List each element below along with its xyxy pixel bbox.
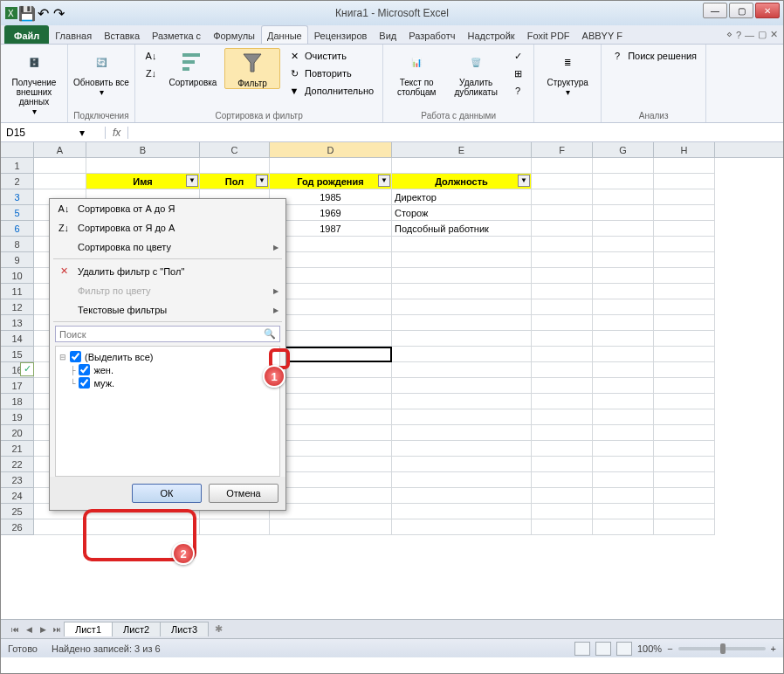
win-restore-icon[interactable]: ▢ xyxy=(758,29,767,40)
cell-E6[interactable]: Подсобный работник xyxy=(392,221,532,237)
tab-nav-first[interactable]: ⏮ xyxy=(8,625,22,634)
row-head-25[interactable]: 25 xyxy=(1,504,34,519)
sort-za-button[interactable]: Z↓ xyxy=(141,65,162,81)
row-head-3[interactable]: 3 xyxy=(1,189,34,205)
row-head-23[interactable]: 23 xyxy=(1,472,34,488)
advanced-filter-button[interactable]: ▼Дополнительно xyxy=(284,83,377,99)
view-break-button[interactable] xyxy=(616,642,632,656)
row-head-20[interactable]: 20 xyxy=(1,425,34,441)
tab-data[interactable]: Данные xyxy=(261,25,308,44)
cell-E3[interactable]: Директор xyxy=(392,189,532,205)
filter-dropdown-C[interactable]: ▼ xyxy=(256,175,268,187)
sheet-tab-3[interactable]: Лист3 xyxy=(160,622,209,636)
sort-az-button[interactable]: A↓ xyxy=(141,48,162,64)
filter-value-1[interactable]: ├жен. xyxy=(59,363,276,376)
tab-nav-next[interactable]: ▶ xyxy=(36,625,50,634)
row-head-1[interactable]: 1 xyxy=(1,158,34,174)
cell-G25[interactable] xyxy=(593,504,654,519)
tab-formulas[interactable]: Формулы xyxy=(207,25,261,44)
cell-H6[interactable] xyxy=(654,221,715,237)
text-to-columns-button[interactable]: 📊Текст по столбцам xyxy=(389,48,444,97)
tab-insert[interactable]: Вставка xyxy=(98,25,146,44)
whatif-button[interactable]: ? xyxy=(507,83,528,99)
name-box-input[interactable] xyxy=(6,127,76,139)
clear-filter-item[interactable]: ✕Удалить фильтр с "Пол" xyxy=(50,261,285,281)
col-B[interactable]: B xyxy=(86,142,200,157)
cell-E8[interactable] xyxy=(392,237,532,252)
filter-dropdown-D[interactable]: ▼ xyxy=(378,175,390,187)
cell-H22[interactable] xyxy=(654,457,715,472)
cell-H16[interactable] xyxy=(654,362,715,378)
cell-H13[interactable] xyxy=(654,315,715,331)
cell-G1[interactable] xyxy=(593,158,654,174)
col-H[interactable]: H xyxy=(654,142,715,157)
tab-review[interactable]: Рецензиров xyxy=(308,25,374,44)
cell-F25[interactable] xyxy=(532,504,593,519)
win-close-icon[interactable]: ✕ xyxy=(770,29,778,40)
view-normal-button[interactable] xyxy=(574,642,590,656)
solver-button[interactable]: ?Поиск решения xyxy=(607,48,700,64)
cell-H14[interactable] xyxy=(654,331,715,347)
new-sheet-button[interactable]: ✱ xyxy=(208,623,230,635)
cell-D9[interactable] xyxy=(270,252,392,268)
col-E[interactable]: E xyxy=(392,142,532,157)
cell-D26[interactable] xyxy=(270,519,392,535)
row-head-9[interactable]: 9 xyxy=(1,252,34,268)
cell-G14[interactable] xyxy=(593,331,654,347)
cell-F6[interactable] xyxy=(532,221,593,237)
tab-nav-last[interactable]: ⏭ xyxy=(50,625,64,634)
cell-F5[interactable] xyxy=(532,205,593,221)
cell-G5[interactable] xyxy=(593,205,654,221)
col-G[interactable]: G xyxy=(593,142,654,157)
cell-D22[interactable] xyxy=(270,457,392,472)
cell-D14[interactable] xyxy=(270,331,392,347)
tab-home[interactable]: Главная xyxy=(49,25,98,44)
cell-H24[interactable] xyxy=(654,488,715,504)
sheet-tab-2[interactable]: Лист2 xyxy=(112,622,161,636)
cell-H25[interactable] xyxy=(654,504,715,519)
filter-button[interactable]: Фильтр xyxy=(224,48,280,89)
cell-G23[interactable] xyxy=(593,472,654,488)
cell-A1[interactable] xyxy=(34,158,86,174)
cell-G8[interactable] xyxy=(593,237,654,252)
cell-H9[interactable] xyxy=(654,252,715,268)
cell-H11[interactable] xyxy=(654,284,715,299)
data-validation-button[interactable]: ✓ xyxy=(507,48,528,64)
tab-file[interactable]: Файл xyxy=(4,25,49,44)
cell-F26[interactable] xyxy=(532,519,593,535)
cell-G19[interactable] xyxy=(593,409,654,425)
cell-D1[interactable] xyxy=(270,158,392,174)
cell-D19[interactable] xyxy=(270,409,392,425)
cell-E21[interactable] xyxy=(392,441,532,457)
cell-H23[interactable] xyxy=(654,472,715,488)
tab-addins[interactable]: Надстройк xyxy=(461,25,520,44)
sort-button[interactable]: Сортировка xyxy=(165,48,221,87)
cell-H18[interactable] xyxy=(654,394,715,409)
tab-layout[interactable]: Разметка с xyxy=(146,25,207,44)
col-F[interactable]: F xyxy=(532,142,593,157)
cell-F15[interactable] xyxy=(532,347,593,362)
undo-icon[interactable]: ↶ xyxy=(36,6,50,20)
cell-G18[interactable] xyxy=(593,394,654,409)
cell-F14[interactable] xyxy=(532,331,593,347)
cell-H3[interactable] xyxy=(654,189,715,205)
win-min-icon[interactable]: — xyxy=(745,30,754,40)
cell-E19[interactable] xyxy=(392,409,532,425)
consolidate-button[interactable]: ⊞ xyxy=(507,65,528,81)
cell-E22[interactable] xyxy=(392,457,532,472)
cell-H26[interactable] xyxy=(654,519,715,535)
get-external-data-button[interactable]: 🗄️Получение внешних данных ▾ xyxy=(6,48,62,116)
filter-search-box[interactable]: 🔍 xyxy=(55,326,280,342)
row-head-19[interactable]: 19 xyxy=(1,409,34,425)
outline-button[interactable]: ≣Структура ▾ xyxy=(540,48,595,97)
row-head-26[interactable]: 26 xyxy=(1,519,34,535)
cell-E13[interactable] xyxy=(392,315,532,331)
cell-H15[interactable] xyxy=(654,347,715,362)
row-head-15[interactable]: 15 xyxy=(1,347,34,362)
name-box[interactable]: ▾ xyxy=(1,127,106,139)
cell-E11[interactable] xyxy=(392,284,532,299)
cell-E9[interactable] xyxy=(392,252,532,268)
row-head-12[interactable]: 12 xyxy=(1,299,34,315)
cell-F13[interactable] xyxy=(532,315,593,331)
cell-E12[interactable] xyxy=(392,299,532,315)
